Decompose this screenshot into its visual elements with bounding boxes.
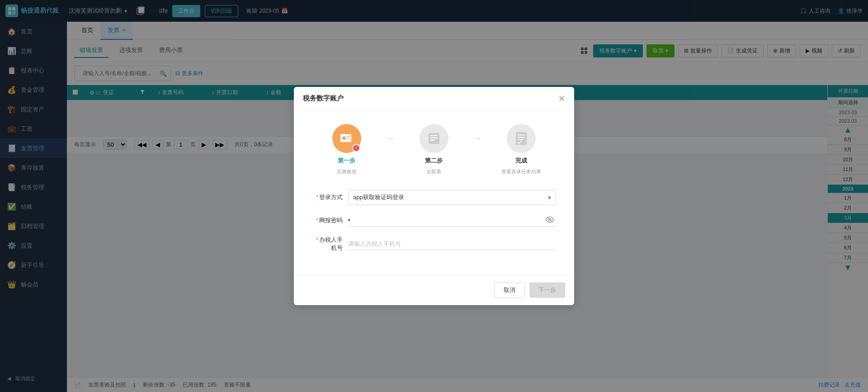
step-arrow-2: → xyxy=(469,124,487,143)
phone-control xyxy=(348,238,556,250)
login-method-label: 登录方式 xyxy=(312,193,348,201)
step-2-title: 第二步 xyxy=(425,157,443,165)
login-method-select[interactable]: app获取验证码登录 ▾ xyxy=(348,190,556,205)
dialog-title: 税务数字账户 xyxy=(303,94,344,103)
tax-digital-account-dialog: 税务数字账户 ✕ ! xyxy=(294,87,574,305)
step-1-icon xyxy=(339,130,355,147)
dialog-header: 税务数字账户 ✕ xyxy=(294,87,574,110)
password-input[interactable] xyxy=(348,214,543,226)
step-2-subtitle: 去取票 xyxy=(426,168,441,175)
svg-rect-19 xyxy=(516,132,527,145)
password-control xyxy=(348,214,556,227)
step-1-error-badge: ! xyxy=(352,144,360,152)
step-2-icon xyxy=(426,130,442,147)
step-1-subtitle: 完善账密 xyxy=(337,168,357,175)
form-phone: 办税人手机号 xyxy=(312,236,556,252)
login-method-control: app获取验证码登录 ▾ xyxy=(348,190,556,205)
next-button[interactable]: 下一步 xyxy=(529,282,565,298)
step-1-icon-wrap: ! xyxy=(332,124,361,153)
step-3-subtitle: 查看具体任务结果 xyxy=(501,168,541,175)
dialog-body: ! 第一步 完善账密 → xyxy=(294,110,574,275)
step-1: ! 第一步 完善账密 xyxy=(312,124,381,175)
steps-container: ! 第一步 完善账密 → xyxy=(312,124,556,175)
step-3-icon xyxy=(513,130,529,147)
cancel-button[interactable]: 取消 xyxy=(494,282,525,298)
dialog-close-button[interactable]: ✕ xyxy=(558,95,565,103)
step-arrow-1: → xyxy=(381,124,399,143)
dialog-overlay: 税务数字账户 ✕ ! xyxy=(0,0,868,392)
login-method-value: app获取验证码登录 xyxy=(353,193,404,201)
step-2-icon-wrap xyxy=(420,124,448,153)
svg-rect-13 xyxy=(347,136,350,137)
svg-point-12 xyxy=(342,136,346,140)
svg-rect-14 xyxy=(347,138,349,139)
svg-rect-20 xyxy=(518,134,525,136)
svg-rect-16 xyxy=(430,135,438,136)
step-3-icon-wrap xyxy=(507,124,536,153)
svg-rect-21 xyxy=(518,137,525,138)
step-3: 完成 查看具体任务结果 xyxy=(487,124,556,175)
phone-label: 办税人手机号 xyxy=(312,236,348,252)
svg-rect-22 xyxy=(518,139,523,140)
eye-icon[interactable] xyxy=(543,215,556,226)
form-login-method: 登录方式 app获取验证码登录 ▾ xyxy=(312,190,556,205)
password-wrap xyxy=(348,214,556,227)
select-arrow-icon: ▾ xyxy=(548,194,551,201)
step-2: 第二步 去取票 xyxy=(399,124,468,175)
phone-input[interactable] xyxy=(348,238,556,250)
form-password: 网报密码 xyxy=(312,214,556,227)
svg-rect-17 xyxy=(430,137,438,139)
svg-rect-18 xyxy=(430,139,435,141)
dialog-footer: 取消 下一步 xyxy=(294,275,574,305)
step-1-title: 第一步 xyxy=(338,157,355,165)
step-3-title: 完成 xyxy=(515,157,527,165)
password-label: 网报密码 xyxy=(312,216,348,225)
